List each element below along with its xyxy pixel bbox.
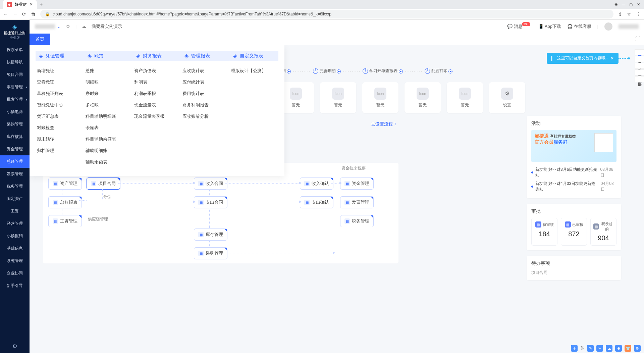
mega-item-2-3[interactable]: 现金流量表: [133, 99, 181, 111]
mega-item-3-1[interactable]: 应付统计表: [181, 77, 230, 88]
sidebar-item-4[interactable]: 批发管理▾: [0, 93, 30, 106]
sidebar-item-3[interactable]: 零售管理▾: [0, 81, 30, 93]
mega-item-1-7[interactable]: 辅助明细账: [84, 145, 133, 156]
sidebar-item-9[interactable]: 总账管理: [0, 155, 30, 168]
share-icon[interactable]: ⇪: [618, 11, 622, 17]
sidetab-0[interactable]: 首页设置: [635, 49, 644, 55]
sidebar-item-1[interactable]: 快捷导航: [0, 56, 30, 68]
mega-item-0-2[interactable]: 草稿凭证列表: [36, 88, 84, 99]
sidebar-item-8[interactable]: 资金管理: [0, 143, 30, 155]
node-purchase[interactable]: ▦采购管理: [194, 247, 227, 259]
step-3[interactable]: 8配置打印 ▶: [425, 68, 452, 74]
news-item-1[interactable]: 新功能|好业财4月03日功能更新抢先知04月03日: [531, 180, 616, 194]
step-1[interactable]: 6完善期初 ▶: [313, 68, 341, 74]
mega-item-3-3[interactable]: 财务利润报告: [181, 99, 230, 111]
configure-flow-link[interactable]: 去设置流程 〉: [278, 121, 398, 127]
sidebar-item-5[interactable]: 小畅电商: [0, 106, 30, 118]
support-button[interactable]: 🎧 在线客服: [567, 23, 591, 30]
node-expend-contract[interactable]: ▦支出合同: [194, 196, 227, 208]
sidetab-1[interactable]: 帮助中心: [635, 56, 644, 62]
mega-item-0-3[interactable]: 智能凭证中心: [36, 99, 84, 111]
mega-item-1-2[interactable]: 序时账: [84, 88, 133, 99]
sidebar-item-19[interactable]: 新手引导: [0, 280, 30, 292]
tray-cloud-icon[interactable]: ☁: [606, 345, 612, 352]
sidebar-item-10[interactable]: 发票管理: [0, 168, 30, 180]
reload-icon[interactable]: ⟳: [22, 11, 26, 17]
forward-icon[interactable]: →: [13, 11, 17, 17]
sidebar-item-0[interactable]: 搜索菜单: [0, 44, 30, 56]
mega-item-0-6[interactable]: 期末结转: [36, 134, 84, 145]
mega-item-3-0[interactable]: 应收统计表: [181, 65, 230, 77]
messages-button[interactable]: 💬 消息 99+: [507, 23, 532, 30]
browser-tab[interactable]: ◆ 好业财 ✕: [3, 0, 37, 9]
news-item-0[interactable]: 新功能|好业财3月6日功能更新抢先知03月06日: [531, 165, 616, 180]
sidetab-3[interactable]: 服务社区: [635, 69, 644, 75]
mega-head-3[interactable]: ◈管理报表: [181, 51, 230, 61]
node-tax[interactable]: ▦税务管理: [340, 215, 374, 227]
mega-item-4-0[interactable]: 模版设计【公测】: [230, 65, 278, 77]
sidetab-4[interactable]: 桌面快捷: [635, 76, 644, 82]
quick-card-2[interactable]: Icon暂无: [362, 82, 398, 113]
mega-item-2-0[interactable]: 资产负债表: [133, 65, 181, 77]
mega-head-1[interactable]: ◈账簿: [84, 51, 133, 61]
mega-item-3-2[interactable]: 费用统计表: [181, 88, 230, 99]
maximize-icon[interactable]: ▢: [629, 2, 633, 7]
approval-box-0[interactable]: ▤待审核184: [531, 218, 557, 246]
star-icon[interactable]: ☆: [627, 11, 631, 17]
node-invoice[interactable]: ▦发票管理: [340, 196, 374, 208]
org-selector[interactable]: ⌄: [35, 24, 61, 29]
mega-item-0-1[interactable]: 查看凭证: [36, 77, 84, 88]
fullscreen-icon[interactable]: ⛶: [632, 36, 644, 42]
mega-item-3-4[interactable]: 应收账龄分析: [181, 111, 230, 122]
sync-icon[interactable]: ◉: [614, 2, 619, 7]
demo-link[interactable]: 我要看实例演示: [92, 23, 122, 30]
activity-banner[interactable]: 畅捷通 享社群专属权益 官方会员服务群: [531, 130, 616, 162]
node-income-contract[interactable]: ▦收入合同: [194, 178, 227, 190]
sidebar-item-7[interactable]: 库存核算: [0, 131, 30, 143]
mega-item-2-1[interactable]: 利润表: [133, 77, 181, 88]
url-input[interactable]: 🔒 cloud.chanjet.com/cc/u6d89qwnryel/57bf…: [40, 10, 613, 18]
mega-item-1-6[interactable]: 科目辅助余额表: [84, 134, 133, 145]
sidebar-item-15[interactable]: 小畅报销: [0, 230, 30, 242]
ime-indicator[interactable]: 英: [580, 346, 584, 351]
tray-scissors-icon[interactable]: ✂: [596, 345, 603, 352]
tooltip-close-icon[interactable]: ✕: [610, 56, 614, 61]
quick-card-1[interactable]: Icon暂无: [320, 82, 356, 113]
sidebar-item-12[interactable]: 固定资产: [0, 193, 30, 205]
mega-head-2[interactable]: ◈财务报表: [133, 51, 181, 61]
settings-gear-icon[interactable]: ⚙: [0, 339, 30, 353]
step-2[interactable]: 7学习开单查报表 ▶: [363, 68, 402, 74]
mega-item-1-5[interactable]: 余额表: [84, 122, 133, 134]
delete-icon[interactable]: 🗑: [31, 11, 36, 17]
mega-head-4[interactable]: ◈自定义报表: [230, 51, 278, 61]
sidebar-item-13[interactable]: 工资: [0, 205, 30, 217]
mega-item-0-5[interactable]: 对账检查: [36, 122, 84, 134]
mega-item-1-1[interactable]: 明细账: [84, 77, 133, 88]
tray-shirt-icon[interactable]: 👕: [625, 345, 631, 352]
sidebar-item-18[interactable]: 企业协同: [0, 267, 30, 280]
sidebar-item-17[interactable]: 系统管理: [0, 255, 30, 267]
sidebar-item-2[interactable]: 项目合同: [0, 68, 30, 81]
gear-icon[interactable]: ⚙: [66, 24, 70, 29]
tab-home[interactable]: 首页: [30, 34, 50, 45]
node-expend-confirm[interactable]: ▦支出确认: [300, 196, 333, 208]
minimize-icon[interactable]: —: [621, 2, 626, 7]
menu-icon[interactable]: ⋮: [636, 11, 641, 17]
sidetab-2[interactable]: 客服热线: [635, 63, 644, 69]
quick-card-3[interactable]: Icon暂无: [405, 82, 441, 113]
quick-card-4[interactable]: Icon暂无: [447, 82, 483, 113]
mega-item-1-3[interactable]: 多栏账: [84, 99, 133, 111]
sidebar-item-6[interactable]: 采购管理: [0, 118, 30, 131]
node-stock[interactable]: ▦库存管理: [194, 229, 227, 241]
mega-head-0[interactable]: ◈凭证管理: [36, 51, 84, 61]
close-icon[interactable]: ✕: [30, 2, 33, 7]
sidebar-item-16[interactable]: 基础信息: [0, 242, 30, 255]
node-project-contract[interactable]: ▦项目合同: [87, 178, 120, 190]
node-salary[interactable]: ▦工资管理: [48, 215, 82, 227]
quick-card-settings[interactable]: ⚙设置: [489, 82, 525, 113]
mega-item-1-0[interactable]: 总账: [84, 65, 133, 77]
mega-item-0-4[interactable]: 凭证汇总表: [36, 111, 84, 122]
node-gl[interactable]: ▦总账报表: [48, 196, 82, 208]
sidebar-item-14[interactable]: 经营管理: [0, 217, 30, 230]
back-icon[interactable]: ←: [3, 11, 8, 17]
